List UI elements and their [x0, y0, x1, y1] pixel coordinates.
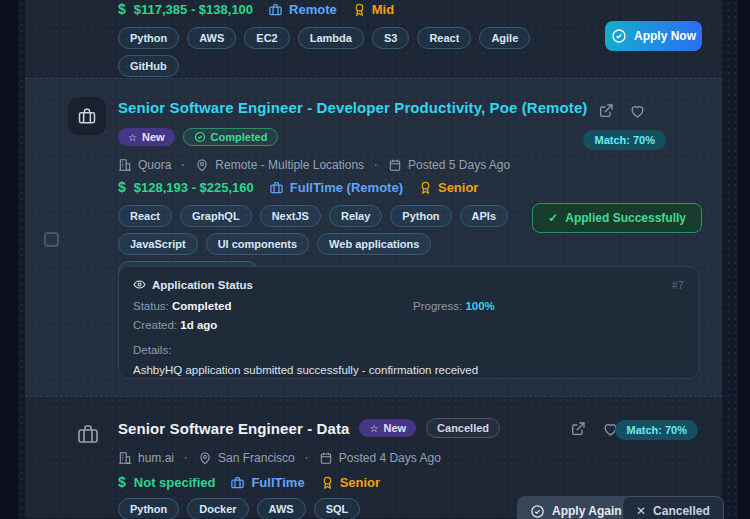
skill-tag[interactable]: GraphQL	[180, 205, 252, 227]
created-value: 1d ago	[180, 319, 217, 331]
skill-tag[interactable]: Python	[390, 205, 451, 227]
new-badge: ☆ New	[359, 419, 416, 437]
skill-tag[interactable]: Docker	[187, 498, 248, 519]
badges-row: ☆ New Completed	[118, 128, 278, 146]
skill-tag[interactable]: AWS	[187, 27, 236, 49]
star-icon: ☆	[128, 132, 137, 143]
salary-value: $ $117,385 - $138,100	[118, 1, 253, 17]
job-list: $ $117,385 - $138,100 Remote Mid Python …	[25, 0, 722, 519]
cancelled-badge: Cancelled	[426, 418, 500, 438]
star-icon: ☆	[369, 423, 378, 434]
medal-icon	[418, 180, 433, 195]
skill-tag[interactable]: UI components	[206, 233, 309, 255]
job-title[interactable]: Senior Software Engineer - Developer Pro…	[118, 99, 608, 116]
company: hum.ai	[118, 451, 174, 465]
skill-tag[interactable]: GitHub	[118, 55, 179, 77]
status-panel-title: Application Status	[133, 278, 253, 291]
job-icon-box	[68, 97, 106, 135]
skill-tag[interactable]: Python	[118, 27, 179, 49]
skill-tag[interactable]: AWS	[257, 498, 306, 519]
check-circle-icon	[194, 131, 206, 143]
salary-value: $ Not specified	[118, 474, 215, 490]
building-icon	[118, 158, 132, 172]
job-meta-salary-row: $ $128,193 - $225,160 FullTime (Remote) …	[118, 179, 478, 195]
x-icon: ✕	[636, 504, 646, 518]
dollar-icon: $	[118, 474, 126, 490]
eye-icon	[133, 278, 146, 291]
title-row: Senior Software Engineer - Data ☆ New Ca…	[118, 418, 500, 438]
map-pin-icon	[195, 158, 209, 172]
medal-icon	[352, 2, 367, 17]
seniority-level: Senior	[418, 180, 478, 195]
briefcase-icon	[77, 106, 97, 126]
skill-tag[interactable]: JavaScript	[118, 233, 198, 255]
job-meta-row: hum.ai · San Francisco · Posted 4 Days A…	[118, 451, 441, 465]
calendar-icon	[388, 158, 402, 172]
dollar-icon: $	[118, 1, 126, 17]
apply-now-button[interactable]: Apply Now	[605, 21, 702, 51]
skill-tag[interactable]: Lambda	[298, 27, 364, 49]
job-type: FullTime	[230, 475, 304, 490]
select-job-checkbox[interactable]	[44, 232, 59, 247]
skill-tag[interactable]: NextJS	[260, 205, 321, 227]
skill-tag[interactable]: Web applications	[317, 233, 431, 255]
apply-again-button[interactable]: Apply Again	[517, 496, 635, 519]
new-badge: ☆ New	[118, 128, 175, 146]
skill-tags: Python Docker AWS SQL	[118, 498, 360, 519]
briefcase-icon	[76, 422, 100, 446]
job-card-data[interactable]: Senior Software Engineer - Data ☆ New Ca…	[25, 396, 722, 518]
application-status-panel: Application Status #7 Status: Completed …	[118, 266, 699, 379]
skill-tag[interactable]: S3	[372, 27, 409, 49]
salary-value: $ $128,193 - $225,160	[118, 179, 254, 195]
status-value: Completed	[172, 300, 231, 312]
check-icon: ✓	[548, 211, 558, 225]
progress-value: 100%	[465, 300, 494, 312]
skill-tag[interactable]: SQL	[314, 498, 361, 519]
skill-tag[interactable]: React	[118, 205, 172, 227]
location: Remote - Multiple Locations	[195, 158, 364, 172]
separator-dot: ·	[374, 158, 378, 172]
details-value: AshbyHQ application submitted successful…	[133, 364, 684, 376]
job-type: FullTime (Remote)	[269, 180, 403, 195]
skill-tag[interactable]: Agile	[479, 27, 530, 49]
separator-dot: ·	[305, 451, 309, 465]
match-score-badge: Match: 70%	[615, 420, 698, 440]
posted-date: Posted 4 Days Ago	[319, 451, 441, 465]
building-icon	[118, 451, 132, 465]
job-card-poe[interactable]: Senior Software Engineer - Developer Pro…	[25, 78, 722, 396]
skill-tag[interactable]: Python	[118, 498, 179, 519]
details-label: Details:	[133, 344, 684, 356]
skill-tag[interactable]: APIs	[460, 205, 508, 227]
job-card-partial: $ $117,385 - $138,100 Remote Mid Python …	[25, 0, 722, 78]
match-score-badge: Match: 70%	[583, 130, 666, 150]
job-title[interactable]: Senior Software Engineer - Data	[118, 420, 349, 437]
company: Quora	[118, 158, 171, 172]
external-link-icon[interactable]	[598, 103, 614, 119]
favorite-heart-icon[interactable]	[629, 103, 646, 119]
briefcase-icon	[268, 2, 283, 17]
cancelled-button[interactable]: ✕ Cancelled	[622, 496, 724, 519]
dollar-icon: $	[118, 179, 126, 195]
completed-badge: Completed	[183, 128, 279, 146]
skill-tag[interactable]: EC2	[244, 27, 289, 49]
check-circle-icon	[611, 28, 627, 44]
skill-tag[interactable]: React	[417, 27, 471, 49]
external-link-icon[interactable]	[570, 421, 586, 437]
briefcase-icon	[230, 475, 245, 490]
job-meta-salary-row: $ $117,385 - $138,100 Remote Mid	[118, 1, 722, 17]
check-circle-icon	[530, 504, 545, 519]
job-meta-salary-row: $ Not specified FullTime Senior	[118, 474, 380, 490]
separator-dot: ·	[184, 451, 188, 465]
status-panel-header: Application Status #7	[133, 278, 684, 291]
medal-icon	[320, 475, 335, 490]
separator-dot: ·	[181, 158, 185, 172]
location: San Francisco	[198, 451, 295, 465]
posted-date: Posted 5 Days Ago	[388, 158, 510, 172]
briefcase-icon	[269, 180, 284, 195]
seniority-level: Mid	[352, 2, 394, 17]
seniority-level: Senior	[320, 475, 380, 490]
skill-tags: Python AWS EC2 Lambda S3 React Agile Git…	[118, 27, 573, 77]
applied-successfully-button[interactable]: ✓ Applied Successfully	[532, 203, 702, 233]
created-row: Created: 1d ago	[133, 319, 684, 331]
skill-tag[interactable]: Relay	[329, 205, 382, 227]
